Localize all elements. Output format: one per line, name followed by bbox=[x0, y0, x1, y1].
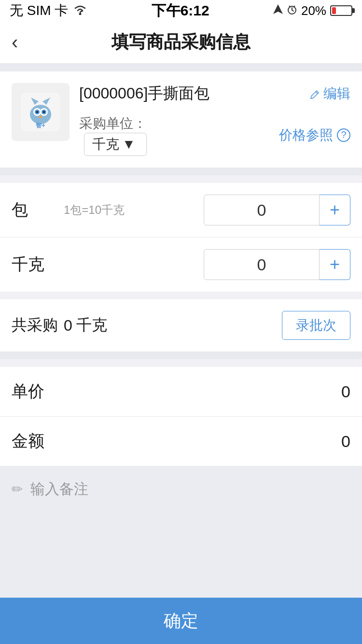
product-image: 智+ bbox=[12, 83, 70, 141]
purchase-unit-row: 采购单位： 千克 ▼ 价格参照 ? bbox=[79, 114, 350, 156]
edit-button[interactable]: 编辑 bbox=[310, 84, 350, 103]
summary-value: 0 bbox=[64, 317, 72, 335]
summary-section: 共采购 0 千克 录批次 bbox=[0, 299, 362, 351]
summary-row: 共采购 0 千克 录批次 bbox=[0, 299, 362, 351]
price-ref-label: 价格参照 bbox=[279, 126, 333, 144]
status-bar: 无 SIM 卡 下午6:12 20% bbox=[0, 0, 362, 21]
svg-point-14 bbox=[43, 111, 45, 113]
confirm-button[interactable]: 确定 bbox=[0, 598, 362, 644]
price-ref-button[interactable]: 价格参照 ? bbox=[279, 126, 350, 144]
product-logo: 智+ bbox=[21, 93, 60, 131]
input-row-bao: 包 1包=10千克 + bbox=[0, 183, 362, 238]
status-left: 无 SIM 卡 bbox=[10, 1, 87, 20]
svg-point-8 bbox=[30, 105, 51, 124]
row-sublabel-bao: 1包=10千克 bbox=[64, 202, 125, 218]
detail-section: 单价 0 金额 0 bbox=[0, 367, 362, 466]
input-kg[interactable] bbox=[204, 249, 320, 280]
row-right-bao: + bbox=[204, 195, 350, 225]
location-icon bbox=[273, 3, 283, 18]
detail-label-price: 单价 bbox=[12, 380, 44, 403]
alarm-icon bbox=[287, 3, 297, 18]
unit-select[interactable]: 千克 ▼ bbox=[84, 133, 147, 156]
dropdown-arrow: ▼ bbox=[122, 137, 136, 152]
detail-label-amount: 金额 bbox=[12, 430, 44, 452]
product-name-row: [0000006]手撕面包 编辑 bbox=[79, 83, 350, 104]
input-row-kg: 千克 + bbox=[0, 238, 362, 292]
product-name: [0000006]手撕面包 bbox=[79, 83, 209, 104]
nav-bar: ‹ 填写商品采购信息 bbox=[0, 21, 362, 64]
separator-top bbox=[0, 64, 362, 71]
product-info: [0000006]手撕面包 编辑 采购单位： 千克 ▼ 价格参照 ? bbox=[79, 83, 350, 156]
record-batch-button[interactable]: 录批次 bbox=[282, 311, 350, 340]
row-label-kg: 千克 bbox=[12, 253, 60, 276]
svg-marker-1 bbox=[273, 4, 283, 14]
pencil-icon: ✏ bbox=[12, 481, 23, 497]
help-icon: ? bbox=[337, 128, 350, 142]
svg-point-13 bbox=[36, 111, 38, 113]
status-right: 20% bbox=[273, 3, 352, 18]
detail-value-price: 0 bbox=[341, 382, 350, 401]
svg-line-4 bbox=[292, 10, 293, 11]
input-section: 包 1包=10千克 + 千克 + bbox=[0, 183, 362, 292]
wifi-icon bbox=[73, 3, 87, 18]
separator-middle bbox=[0, 168, 362, 175]
detail-value-amount: 0 bbox=[341, 432, 350, 451]
battery-icon bbox=[330, 5, 352, 16]
remark-placeholder: 输入备注 bbox=[30, 479, 88, 499]
unit-label: 采购单位： bbox=[79, 116, 147, 131]
remark-section[interactable]: ✏ 输入备注 bbox=[0, 466, 362, 513]
summary-label: 共采购 bbox=[12, 315, 58, 336]
product-card: 智+ [0000006]手撕面包 编辑 采购单位： 千克 ▼ bbox=[0, 71, 362, 168]
summary-unit: 千克 bbox=[76, 315, 107, 336]
back-button[interactable]: ‹ bbox=[12, 31, 18, 53]
page-title: 填写商品采购信息 bbox=[111, 30, 251, 54]
status-time: 下午6:12 bbox=[152, 1, 209, 21]
battery-fill bbox=[332, 7, 336, 14]
battery-percent: 20% bbox=[301, 3, 326, 18]
separator-detail bbox=[0, 351, 362, 359]
svg-text:智+: 智+ bbox=[35, 122, 45, 129]
edit-label: 编辑 bbox=[323, 84, 350, 103]
detail-row-amount: 金额 0 bbox=[0, 417, 362, 466]
plus-button-bao[interactable]: + bbox=[320, 195, 350, 225]
row-label-bao: 包 bbox=[12, 199, 60, 221]
plus-button-kg[interactable]: + bbox=[320, 249, 350, 280]
detail-row-price: 单价 0 bbox=[0, 367, 362, 417]
svg-line-19 bbox=[316, 92, 318, 94]
row-right-kg: + bbox=[204, 249, 350, 280]
svg-point-0 bbox=[79, 13, 82, 15]
unit-label-area: 采购单位： 千克 ▼ bbox=[79, 114, 147, 156]
input-bao[interactable] bbox=[204, 195, 320, 225]
carrier-label: 无 SIM 卡 bbox=[10, 1, 68, 20]
